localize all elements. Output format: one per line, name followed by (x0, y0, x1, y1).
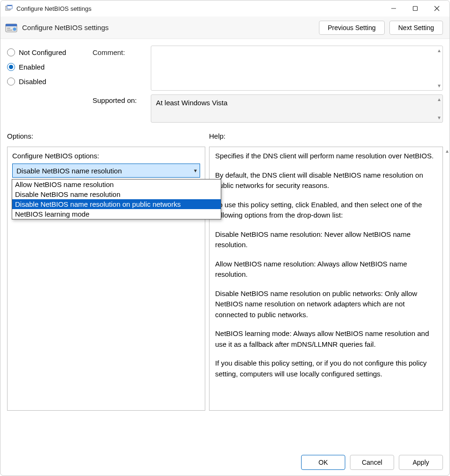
help-paragraph: To use this policy setting, click Enable… (215, 200, 437, 221)
radio-label: Disabled (19, 78, 46, 86)
radio-label: Not Configured (19, 48, 66, 56)
scroll-down-icon: ▼ (437, 115, 442, 120)
radio-icon (7, 48, 15, 56)
policy-icon (5, 23, 17, 33)
supported-on-value: At least Windows Vista (156, 99, 227, 107)
window-title: Configure NetBIOS settings (16, 5, 92, 12)
help-paragraph: Specifies if the DNS client will perform… (215, 151, 437, 162)
supported-on-box: At least Windows Vista ▲ ▼ (151, 94, 443, 123)
header: Configure NetBIOS settings Previous Sett… (0, 16, 450, 39)
netbios-options-dropdown: Allow NetBIOS name resolutionDisable Net… (12, 179, 221, 219)
help-paragraph: By default, the DNS client will disable … (215, 170, 437, 191)
close-button[interactable] (426, 1, 448, 16)
scroll-up-icon: ▲ (437, 48, 442, 53)
help-section-label: Help: (209, 132, 443, 140)
svg-rect-10 (7, 30, 12, 31)
svg-rect-8 (6, 24, 17, 26)
combobox-selected-value: Disable NetBIOS name resolution (16, 167, 122, 175)
comment-label: Comment: (93, 46, 149, 91)
scroll-up-icon: ▲ (437, 97, 442, 102)
svg-rect-2 (8, 5, 12, 6)
radio-not-configured[interactable]: Not Configured (7, 48, 91, 56)
svg-rect-4 (413, 7, 418, 11)
help-paragraph: If you disable this policy setting, or i… (215, 358, 437, 379)
help-paragraph: Disable NetBIOS name resolution: Never a… (215, 229, 437, 250)
previous-setting-button[interactable]: Previous Setting (319, 21, 385, 35)
cancel-button[interactable]: Cancel (350, 455, 394, 470)
options-field-label: Configure NetBIOS options: (8, 152, 205, 164)
maximize-button[interactable] (404, 1, 426, 16)
radio-icon (7, 63, 15, 71)
scroll-up-icon: ▲ (445, 148, 450, 154)
next-setting-button[interactable]: Next Setting (389, 21, 443, 35)
radio-enabled[interactable]: Enabled (7, 63, 91, 71)
scroll-down-icon: ▼ (437, 83, 442, 88)
radio-icon (7, 78, 15, 86)
radio-label: Enabled (19, 63, 45, 71)
dropdown-option[interactable]: Disable NetBIOS name resolution on publi… (12, 199, 221, 209)
help-panel: Specifies if the DNS client will perform… (209, 147, 443, 411)
apply-button[interactable]: Apply (399, 455, 443, 470)
help-paragraph: Disable NetBIOS name resolution on publi… (215, 289, 437, 320)
footer-buttons: OK Cancel Apply (301, 455, 443, 470)
supported-on-label: Supported on: (93, 91, 149, 123)
titlebar: Configure NetBIOS settings (0, 0, 450, 16)
chevron-down-icon: ▾ (194, 167, 197, 174)
dropdown-option[interactable]: Allow NetBIOS name resolution (12, 179, 221, 189)
section-labels: Options: Help: (0, 125, 450, 140)
radio-disabled[interactable]: Disabled (7, 78, 91, 86)
app-icon (5, 5, 13, 12)
svg-point-11 (13, 27, 16, 31)
dropdown-option[interactable]: NetBIOS learning mode (12, 209, 221, 219)
help-paragraph: Allow NetBIOS name resolution: Always al… (215, 259, 437, 280)
help-paragraph: NetBIOS learning mode: Always allow NetB… (215, 328, 437, 350)
svg-rect-9 (7, 28, 10, 29)
panels: Configure NetBIOS options: Disable NetBI… (0, 140, 450, 411)
options-section-label: Options: (7, 132, 209, 140)
ok-button[interactable]: OK (301, 455, 345, 470)
options-panel: Configure NetBIOS options: Disable NetBI… (7, 147, 205, 411)
comment-textarea[interactable]: ▲ ▼ (151, 46, 443, 91)
page-title: Configure NetBIOS settings (22, 23, 109, 31)
minimize-button[interactable] (383, 1, 404, 16)
netbios-options-combobox[interactable]: Disable NetBIOS name resolution ▾ (12, 164, 200, 178)
upper-area: Not Configured Enabled Disabled Comment:… (0, 39, 450, 125)
dropdown-option[interactable]: Disable NetBIOS name resolution (12, 189, 221, 199)
state-radios: Not Configured Enabled Disabled (7, 46, 91, 123)
